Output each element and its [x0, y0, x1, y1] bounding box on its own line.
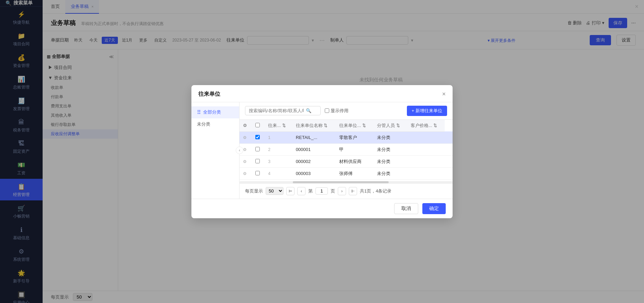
select-all-checkbox[interactable] [255, 123, 260, 127]
row-settings-icon[interactable]: ⚙ [240, 155, 252, 167]
overlay: 往来单位 × ⠿ 全部分类 未分类 ‹ [0, 0, 644, 303]
table-header-row: ⚙ 往来... ⇅ 往来单位名称 ⇅ 往来单位... ⇅ 分管人员 ⇅ 客户价格… [240, 120, 453, 132]
total-info: 共1页，4条记录 [360, 188, 391, 194]
table-row[interactable]: ⚙ 3 000002 材料供应商 未分类 [240, 155, 453, 167]
dialog-panel-collapse-icon[interactable]: ‹ [236, 147, 243, 154]
horizontal-scrollbar[interactable] [240, 181, 453, 183]
dialog-close-button[interactable]: × [442, 91, 446, 98]
row-price [445, 167, 453, 179]
dialog-pagination: 每页显示 50 100 ⊨ ‹ 第 页 › ⊩ 共1页，4条记录 [240, 183, 453, 199]
th-name[interactable]: 往来单位名称 ⇅ [292, 120, 336, 132]
row-code: RETAIL_... [292, 131, 336, 143]
th-code[interactable]: 往来... ⇅ [265, 120, 292, 132]
row-category: 未分类 [374, 131, 407, 143]
row-num-cell: 2 [265, 143, 292, 155]
row-checkbox[interactable] [255, 135, 260, 139]
row-manager [407, 143, 445, 155]
first-page-btn[interactable]: ⊨ [286, 187, 295, 195]
add-partner-button[interactable]: + 新增往来单位 [407, 106, 447, 116]
row-name: 材料供应商 [336, 155, 374, 167]
row-category: 未分类 [374, 155, 407, 167]
dialog-table: ⚙ 往来... ⇅ 往来单位名称 ⇅ 往来单位... ⇅ 分管人员 ⇅ 客户价格… [240, 120, 453, 183]
row-num-cell: 1 [265, 131, 292, 143]
row-code: 000001 [292, 143, 336, 155]
last-page-btn[interactable]: ⊩ [349, 187, 357, 195]
dialog-toolbar: 🔍 显示停用 + 新增往来单位 [240, 102, 453, 120]
row-checkbox-cell[interactable] [252, 143, 265, 155]
page-size-select[interactable]: 50 100 [266, 187, 284, 195]
confirm-button[interactable]: 确定 [422, 203, 446, 214]
th-settings[interactable]: ⚙ [240, 120, 252, 132]
row-checkbox-cell[interactable] [252, 131, 265, 143]
show-disabled-label: 显示停用 [325, 108, 348, 114]
row-code: 000002 [292, 155, 336, 167]
row-category: 未分类 [374, 167, 407, 179]
table-row[interactable]: ⚙ 2 000001 甲 未分类 [240, 143, 453, 155]
row-category: 未分类 [374, 143, 407, 155]
row-price [445, 143, 453, 155]
dialog-search-box: 🔍 [245, 106, 321, 115]
dialog-footer: 取消 确定 [191, 199, 453, 218]
cancel-button[interactable]: 取消 [394, 203, 418, 214]
dialog-title: 往来单位 [198, 91, 220, 98]
row-price [445, 155, 453, 167]
row-checkbox[interactable] [255, 147, 260, 151]
next-page-btn[interactable]: › [338, 187, 346, 195]
row-name: 甲 [336, 143, 374, 155]
row-num-cell: 3 [265, 155, 292, 167]
table-row[interactable]: ⚙ 1 RETAIL_... 零散客户 未分类 [240, 131, 453, 143]
dialog-unclassified[interactable]: 未分类 [191, 118, 239, 130]
category-bullet-icon: ⠿ [197, 109, 201, 116]
dialog-header: 往来单位 × [191, 85, 453, 102]
page-size-label: 每页显示 [245, 188, 263, 194]
dialog-right-panel: 🔍 显示停用 + 新增往来单位 ⚙ [240, 102, 453, 199]
row-checkbox[interactable] [255, 171, 260, 175]
th-price[interactable]: 客户价格... ⇅ [407, 120, 445, 132]
show-disabled-checkbox[interactable] [325, 108, 329, 113]
row-settings-icon[interactable]: ⚙ [240, 131, 252, 143]
row-num-cell: 4 [265, 167, 292, 179]
row-name: 零散客户 [336, 131, 374, 143]
page-label-before: 第 [308, 188, 313, 194]
th-checkbox[interactable] [252, 120, 265, 132]
row-manager [407, 155, 445, 167]
dialog-search-input[interactable] [249, 108, 304, 113]
row-checkbox-cell[interactable] [252, 167, 265, 179]
row-name: 张师傅 [336, 167, 374, 179]
dialog: 往来单位 × ⠿ 全部分类 未分类 ‹ [191, 85, 453, 218]
th-manager[interactable]: 分管人员 ⇅ [374, 120, 407, 132]
row-checkbox[interactable] [255, 159, 260, 163]
page-label-after: 页 [331, 188, 335, 194]
dialog-all-categories[interactable]: ⠿ 全部分类 [191, 106, 239, 118]
row-manager [407, 131, 445, 143]
row-code: 000003 [292, 167, 336, 179]
row-price [445, 131, 453, 143]
current-page-input[interactable] [315, 187, 328, 195]
dialog-body: ⠿ 全部分类 未分类 ‹ 🔍 [191, 102, 453, 199]
table-row[interactable]: ⚙ 4 000003 张师傅 未分类 [240, 167, 453, 179]
th-category[interactable]: 往来单位... ⇅ [336, 120, 374, 132]
scrollbar-thumb [293, 181, 389, 183]
row-manager [407, 167, 445, 179]
search-icon[interactable]: 🔍 [306, 108, 311, 113]
dialog-left-panel: ⠿ 全部分类 未分类 ‹ [191, 102, 240, 199]
prev-page-btn[interactable]: ‹ [297, 187, 306, 195]
row-settings-icon[interactable]: ⚙ [240, 167, 252, 179]
row-checkbox-cell[interactable] [252, 155, 265, 167]
